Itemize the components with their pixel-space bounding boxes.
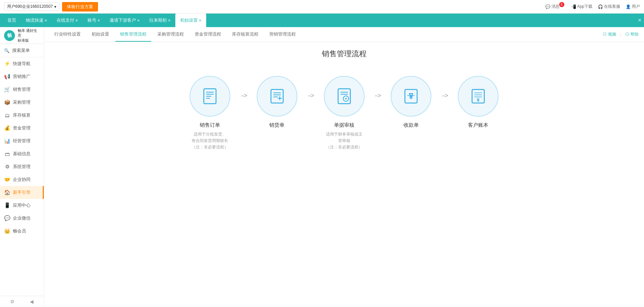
app-layout: 畅 畅库·通好生意 标准版 🔍 搜索菜单 ⚡ 快捷导航 📢 营销推广 🛒 销售管… [0,27,644,307]
flow-circle-delivery [257,76,297,117]
user-selector[interactable]: 用户690企业1660120507 ▾ [4,2,59,11]
separator: | [620,32,621,37]
sidebar-item-quick[interactable]: ⚡ 快捷导航 [0,57,44,70]
flow-circle-sales-order [190,76,230,117]
sidebar-item-guide[interactable]: 🏠 新手引导 [0,186,44,199]
user-label: 用户690企业1660120507 [7,4,53,9]
nav-period[interactable]: 往来期初 ✕ [144,14,175,27]
online-service-label: 在线客服 [604,4,620,9]
sidebar-item-wechat-label: 企业微信 [13,215,31,221]
flow-step-audit[interactable]: 单据审核 适用于财务审核或主管审核（注：非必要流程） [314,76,375,151]
online-service-item[interactable]: 🎧 在线客服 [598,4,620,9]
help-link[interactable]: ◎ 帮助 [625,32,639,37]
settings-button[interactable]: ⚙ [10,299,15,304]
tab-marketing-flow[interactable]: 营销管理流程 [265,27,300,42]
tab-finance-flow-label: 资金管理流程 [195,31,221,37]
tab-init-settings-label: 初始设置 [92,31,109,37]
sidebar-item-system-label: 系统管理 [13,164,31,170]
system-icon: ⚙ [4,164,10,170]
nav-period-close: ✕ [168,19,171,22]
flow-label-account: 客户账本 [468,122,488,128]
marketing-icon: 📢 [4,74,10,80]
tab-industry-settings[interactable]: 行业特性设置 [50,27,85,42]
nav-account[interactable]: 账号 ✕ [83,14,105,27]
sidebar-item-basic-label: 基础信息 [13,151,31,157]
trial-button[interactable]: 体验行业方案 [62,2,98,12]
flow-arrow-1: ···> [240,76,247,99]
sidebar-item-inventory-label: 库存核算 [13,112,31,118]
wechat-icon: 💬 [4,215,10,221]
basic-icon: 🗃 [4,151,10,157]
message-item[interactable]: 💬 消息 6 [545,4,566,9]
guide-icon: 🏠 [4,189,10,196]
corp-icon: 🤝 [4,177,10,183]
flow-desc-audit: 适用于财务审核或主管审核（注：非必要流程） [326,131,363,151]
nav-home[interactable]: 首页 [3,14,21,27]
page-title: 销售管理流程 [51,49,637,59]
sidebar-item-operation-label: 经营管理 [13,138,31,144]
sidebar-logo: 畅 畅库·通好生意 标准版 [0,27,44,44]
content-area: 行业特性设置 初始设置 销售管理流程 采购管理流程 资金管理流程 库存核算流程 [44,27,644,307]
sidebar-item-system[interactable]: ⚙ 系统管理 [0,160,44,173]
sidebar-item-app-center[interactable]: 📱 应用中心 [0,199,44,212]
sidebar-item-quick-label: 快捷导航 [13,61,31,67]
tab-init-settings[interactable]: 初始设置 [87,27,114,42]
sidebar-item-operation[interactable]: 📊 经营管理 [0,135,44,147]
flow-diagram: 销售订单 适用于分批发货、有合同发货周期较长（注：非必要流程） ···> [51,76,637,151]
sidebar-item-wechat[interactable]: 💬 企业微信 [0,212,44,225]
sidebar-item-finance-label: 资金管理 [13,125,31,131]
inventory-icon: 🗂 [4,112,10,118]
flow-step-receipt[interactable]: ¥ 收款单 [380,76,442,131]
top-bar-left: 用户690企业1660120507 ▾ 体验行业方案 [4,2,98,12]
collapse-button[interactable]: ◀ [30,299,34,304]
nav-invite-close: ✕ [137,19,140,22]
flow-desc-sales-order: 适用于分批发货、有合同发货周期较长（注：非必要流程） [192,131,228,151]
nav-close-all-button[interactable]: × [638,17,641,23]
user-item[interactable]: 👤 用户 [626,4,640,9]
svg-text:¥: ¥ [477,97,480,103]
sidebar-item-corp[interactable]: 🤝 企业协同 [0,173,44,186]
sidebar-item-finance[interactable]: 💰 资金管理 [0,122,44,135]
nav-invite-label: 邀请下游客户 [110,17,136,23]
sidebar-item-member[interactable]: 👑 畅会员 [0,225,44,238]
flow-step-account[interactable]: ¥ 客户账本 [448,76,509,131]
sidebar-search[interactable]: 🔍 搜索菜单 [0,44,44,57]
app-download-item[interactable]: 📲 App下载 [571,4,592,9]
tab-purchase-flow[interactable]: 采购管理流程 [153,27,189,42]
main-content: 销售管理流程 销售订单 适用于分批发货、有合同发货周期较长（ [44,42,644,307]
nav-logistics-label: 物流快递 [26,17,43,23]
sub-tabs-left: 行业特性设置 初始设置 销售管理流程 采购管理流程 资金管理流程 库存核算流程 [50,27,300,42]
chevron-down-icon: ✕ [44,19,47,22]
nav-payment[interactable]: 在线支付 ✕ [52,14,83,27]
sales-icon: 🛒 [4,86,10,93]
tab-sales-flow[interactable]: 销售管理流程 [115,27,151,42]
sidebar-item-inventory[interactable]: 🗂 库存核算 [0,109,44,122]
nav-logistics[interactable]: 物流快递 ✕ [21,14,52,27]
nav-account-label: 账号 [87,17,96,23]
sidebar-item-sales[interactable]: 🛒 销售管理 [0,83,44,96]
nav-period-label: 往来期初 [149,17,167,23]
video-link[interactable]: ◎ 视频 [603,32,616,37]
sidebar-item-app-center-label: 应用中心 [13,202,31,208]
sidebar-item-marketing[interactable]: 📢 营销推广 [0,70,44,83]
sidebar-item-sales-label: 销售管理 [13,86,31,93]
flow-arrow-2: ···> [308,76,314,99]
operation-icon: 📊 [4,138,10,144]
nav-invite[interactable]: 邀请下游客户 ✕ [105,14,144,27]
avatar: 👤 [626,4,631,9]
nav-account-close: ✕ [97,19,100,22]
tab-inventory-flow-label: 库存核算流程 [232,31,258,37]
flow-step-delivery[interactable]: 销货单 [247,76,308,131]
sidebar-item-purchase[interactable]: 📦 采购管理 [0,96,44,109]
nav-payment-label: 在线支付 [57,17,74,23]
sidebar-item-corp-label: 企业协同 [13,177,31,183]
sidebar-footer: ⚙ ◀ [0,296,44,307]
headset-icon: 🎧 [598,4,603,9]
tab-inventory-flow[interactable]: 库存核算流程 [227,27,263,42]
message-badge: 6 [559,2,564,7]
nav-init-settings[interactable]: 初始设置 ✕ [175,14,206,27]
sidebar-item-guide-label: 新手引导 [13,189,31,196]
sidebar-item-basic[interactable]: 🗃 基础信息 [0,147,44,160]
flow-step-sales-order[interactable]: 销售订单 适用于分批发货、有合同发货周期较长（注：非必要流程） [179,76,240,151]
tab-finance-flow[interactable]: 资金管理流程 [190,27,226,42]
